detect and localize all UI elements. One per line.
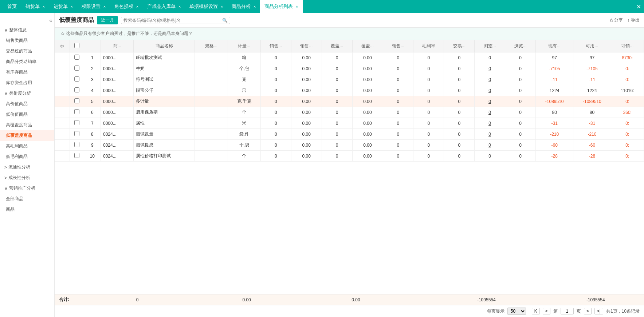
table-container[interactable]: ⚙ 商... 商品名称 规格... 计量... 销售... 销售... 覆盖..…: [55, 40, 644, 294]
sidebar-item-new-goods[interactable]: 新品: [0, 204, 54, 215]
search-input[interactable]: [123, 18, 222, 23]
td-checkbox[interactable]: [70, 118, 84, 129]
td-browse1[interactable]: 0: [475, 74, 505, 85]
row-checkbox[interactable]: [74, 142, 79, 147]
td-checkbox[interactable]: [70, 52, 84, 63]
filter-recent-month-btn[interactable]: 近一月: [97, 16, 118, 24]
close-warehouse-icon[interactable]: ×: [178, 4, 181, 9]
th-sales-amt[interactable]: 销售...: [291, 40, 322, 52]
th-gross-rate[interactable]: 毛利率: [413, 40, 444, 52]
sidebar-section-overall[interactable]: ∨ 整体信息: [0, 25, 54, 35]
td-browse1[interactable]: 0: [475, 63, 505, 74]
th-cover1[interactable]: 覆盖...: [322, 40, 352, 52]
row-checkbox[interactable]: [74, 153, 79, 158]
gear-icon[interactable]: ⚙: [60, 44, 64, 49]
nav-tab-template[interactable]: 单据模板设置 ×: [185, 0, 227, 13]
nav-tab-analysis[interactable]: 商品分析 ×: [227, 0, 260, 13]
td-checkbox[interactable]: [70, 129, 84, 140]
th-available[interactable]: 可用...: [573, 40, 611, 52]
td-checkbox[interactable]: [70, 107, 84, 118]
sidebar-section-liquidity[interactable]: > 流通性分析: [0, 162, 54, 173]
sidebar-section-growth[interactable]: > 成长性分析: [0, 173, 54, 183]
td-checkbox[interactable]: [70, 140, 84, 151]
nav-tab-permissions[interactable]: 权限设置 ×: [77, 0, 110, 13]
last-page-btn[interactable]: >|: [594, 308, 603, 314]
th-current[interactable]: 现有...: [536, 40, 573, 52]
sidebar-item-high-margin[interactable]: 高毛利商品: [0, 141, 54, 151]
th-sellable[interactable]: 可销...: [611, 40, 644, 52]
close-permissions-icon[interactable]: ×: [103, 4, 106, 9]
th-sales-qty[interactable]: 销售...: [260, 40, 291, 52]
td-checkbox[interactable]: [70, 63, 84, 74]
sidebar-item-low-value[interactable]: 低价值商品: [0, 109, 54, 120]
sidebar-item-traded-goods[interactable]: 交易过的商品: [0, 46, 54, 56]
sidebar-item-low-coverage[interactable]: 低覆盖度商品: [0, 130, 54, 141]
th-sales3[interactable]: 销售...: [383, 40, 413, 52]
nav-tab-home[interactable]: 首页: [3, 0, 21, 13]
sidebar-item-capital[interactable]: 库存资金占用: [0, 78, 54, 88]
th-code[interactable]: 商...: [101, 40, 133, 52]
th-trade[interactable]: 交易...: [444, 40, 475, 52]
close-purchase-icon[interactable]: ×: [71, 4, 73, 9]
td-browse1[interactable]: 0: [475, 96, 505, 107]
export-btn[interactable]: ↑ 导出: [627, 17, 640, 23]
td-browse1[interactable]: 0: [475, 85, 505, 96]
td-checkbox[interactable]: [70, 85, 84, 96]
th-browse2[interactable]: 浏览...: [505, 40, 536, 52]
th-checkbox[interactable]: [70, 40, 84, 52]
close-sales-icon[interactable]: ×: [43, 4, 45, 9]
th-spec[interactable]: 规格...: [195, 40, 228, 52]
close-template-icon[interactable]: ×: [221, 4, 223, 9]
th-gear[interactable]: ⚙: [55, 40, 70, 52]
th-browse1[interactable]: 浏览...: [475, 40, 505, 52]
row-checkbox[interactable]: [74, 131, 79, 136]
row-checkbox[interactable]: [74, 55, 79, 60]
next-page-btn[interactable]: >: [584, 308, 592, 314]
th-num[interactable]: [84, 40, 101, 52]
th-name[interactable]: 商品名称: [134, 40, 195, 52]
nav-tab-purchase[interactable]: 进货单 ×: [49, 0, 77, 13]
window-close-btn[interactable]: ✕: [636, 3, 641, 10]
td-browse1[interactable]: 0: [475, 118, 505, 129]
sidebar-item-category-rate[interactable]: 商品分类动销率: [0, 56, 54, 67]
td-checkbox[interactable]: [70, 151, 84, 162]
sidebar-section-category-analysis[interactable]: ∨ 类射度分析: [0, 88, 54, 99]
page-number-input[interactable]: [561, 308, 574, 314]
sidebar-item-sales-goods[interactable]: 销售类商品: [0, 35, 54, 46]
page-size-select[interactable]: 50 20 100: [507, 308, 526, 315]
share-btn[interactable]: ⎙ 分享: [610, 17, 623, 23]
nav-tab-warehouse[interactable]: 产成品入库单 ×: [143, 0, 185, 13]
sidebar-item-low-margin[interactable]: 低毛利商品: [0, 151, 54, 162]
row-checkbox[interactable]: [74, 76, 79, 82]
close-analysis-list-icon[interactable]: ×: [296, 4, 298, 9]
td-checkbox[interactable]: [70, 74, 84, 85]
td-browse1[interactable]: 0: [475, 151, 505, 162]
td-browse1[interactable]: 0: [475, 107, 505, 118]
nav-tab-roles[interactable]: 角色授权 ×: [110, 0, 143, 13]
td-browse1[interactable]: 0: [475, 52, 505, 63]
sidebar-item-high-coverage[interactable]: 高覆盖度商品: [0, 120, 54, 130]
sidebar-section-marketing[interactable]: ∨ 营销推广分析: [0, 183, 54, 194]
td-browse1[interactable]: 0: [475, 129, 505, 140]
sidebar-item-all-goods[interactable]: 全部商品: [0, 194, 54, 204]
search-icon[interactable]: 🔍: [222, 18, 228, 23]
td-browse1[interactable]: 0: [475, 140, 505, 151]
nav-tab-sales[interactable]: 销货单 ×: [21, 0, 49, 13]
first-page-btn[interactable]: K: [532, 308, 540, 314]
prev-page-btn[interactable]: <: [543, 308, 550, 314]
close-analysis-icon[interactable]: ×: [254, 4, 256, 9]
nav-tab-analysis-list[interactable]: 商品分析列表 ×: [260, 0, 302, 13]
row-checkbox[interactable]: [74, 98, 79, 103]
row-checkbox[interactable]: [74, 66, 79, 71]
th-unit[interactable]: 计量...: [228, 40, 260, 52]
sidebar-collapse-btn[interactable]: «: [0, 16, 54, 25]
sidebar-item-in-stock[interactable]: 有库存商品: [0, 67, 54, 78]
row-checkbox[interactable]: [74, 120, 79, 125]
sidebar-item-high-value[interactable]: 高价值商品: [0, 99, 54, 109]
select-all-checkbox[interactable]: [74, 43, 79, 48]
row-checkbox[interactable]: [74, 87, 79, 92]
th-cover2[interactable]: 覆盖...: [352, 40, 383, 52]
close-roles-icon[interactable]: ×: [136, 4, 138, 9]
row-checkbox[interactable]: [74, 109, 79, 114]
td-checkbox[interactable]: [70, 96, 84, 107]
